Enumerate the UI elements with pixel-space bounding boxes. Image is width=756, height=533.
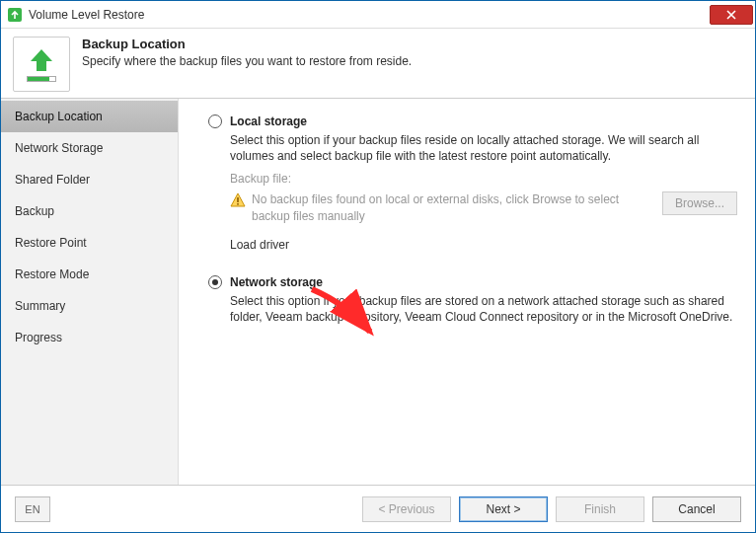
network-storage-desc: Select this option if your backup files … [230, 293, 737, 325]
step-shared-folder[interactable]: Shared Folder [1, 164, 178, 195]
close-icon [726, 10, 736, 20]
titlebar: Volume Level Restore [1, 1, 755, 29]
wizard-window: Volume Level Restore Backup Location Spe… [0, 0, 756, 533]
next-button[interactable]: Next > [459, 496, 548, 522]
wizard-content: Local storage Select this option if your… [179, 99, 755, 485]
wizard-header: Backup Location Specify where the backup… [1, 29, 755, 98]
step-backup[interactable]: Backup [1, 195, 178, 227]
radio-local-storage[interactable] [208, 114, 222, 128]
progress-icon [27, 76, 56, 82]
step-restore-point[interactable]: Restore Point [1, 227, 178, 259]
svg-rect-1 [237, 197, 239, 202]
finish-button[interactable]: Finish [556, 496, 644, 522]
wizard-footer: EN < Previous Next > Finish Cancel [1, 485, 755, 532]
backup-file-warning: No backup files found on local or extern… [252, 191, 652, 223]
app-icon [7, 7, 23, 23]
cancel-button[interactable]: Cancel [652, 496, 741, 522]
option-local-head[interactable]: Local storage [208, 114, 737, 128]
header-icon [13, 37, 70, 92]
backup-file-label: Backup file: [230, 172, 737, 186]
step-backup-location[interactable]: Backup Location [1, 101, 178, 132]
step-progress[interactable]: Progress [1, 322, 178, 353]
backup-file-row: No backup files found on local or extern… [230, 191, 737, 223]
wizard-body: Backup Location Network Storage Shared F… [1, 98, 755, 485]
option-network-storage: Network storage Select this option if yo… [208, 275, 737, 325]
option-local-storage: Local storage Select this option if your… [208, 114, 737, 252]
header-text: Backup Location Specify where the backup… [82, 37, 412, 68]
window-title: Volume Level Restore [29, 8, 710, 22]
close-button[interactable] [710, 5, 753, 25]
page-title: Backup Location [82, 37, 412, 51]
previous-button[interactable]: < Previous [362, 496, 451, 522]
step-summary[interactable]: Summary [1, 290, 178, 322]
wizard-steps: Backup Location Network Storage Shared F… [1, 99, 179, 485]
svg-rect-2 [237, 203, 239, 205]
step-network-storage[interactable]: Network Storage [1, 132, 178, 164]
local-storage-label: Local storage [230, 114, 307, 128]
radio-network-storage[interactable] [208, 275, 222, 289]
option-network-head[interactable]: Network storage [208, 275, 737, 289]
browse-button[interactable]: Browse... [662, 191, 737, 215]
warning-icon [230, 192, 246, 208]
load-driver-link[interactable]: Load driver [230, 238, 737, 252]
network-storage-label: Network storage [230, 275, 323, 289]
local-storage-desc: Select this option if your backup files … [230, 132, 737, 164]
page-subtitle: Specify where the backup files you want … [82, 54, 412, 68]
language-button[interactable]: EN [15, 496, 50, 522]
arrow-up-icon [27, 46, 56, 74]
step-restore-mode[interactable]: Restore Mode [1, 259, 178, 290]
